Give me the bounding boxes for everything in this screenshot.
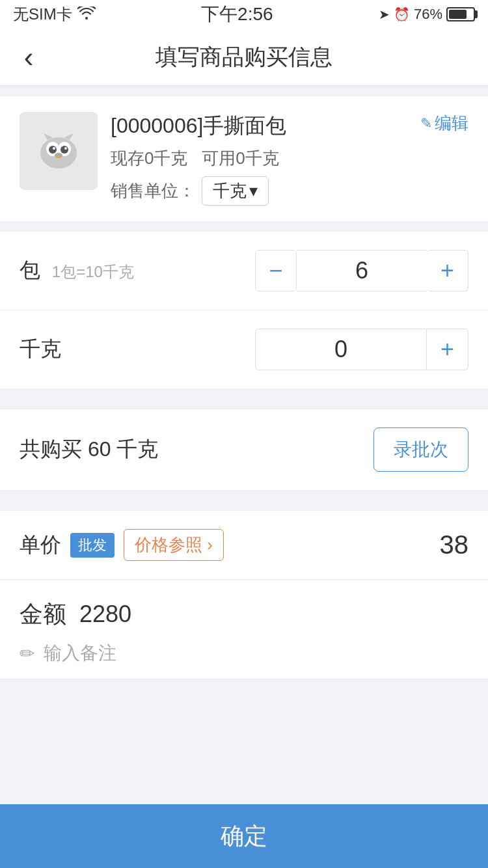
location-icon: ➤	[379, 7, 390, 22]
kg-row: 千克 +	[0, 310, 488, 388]
edit-button[interactable]: ✎ 编辑	[420, 112, 468, 135]
note-row[interactable]: ✏ 输入备注	[20, 641, 468, 666]
summary-text: 共购买 60 千克	[20, 435, 158, 464]
confirm-button[interactable]: 确定	[0, 804, 488, 868]
package-label: 包 1包=10千克	[20, 256, 134, 285]
price-label: 单价	[20, 531, 61, 560]
battery-icon	[446, 7, 475, 21]
status-left: 无SIM卡	[13, 4, 96, 25]
amount-section: 金额 2280 ✏ 输入备注	[0, 580, 488, 679]
back-button[interactable]: ‹	[0, 29, 57, 86]
alarm-icon: ⏰	[394, 7, 410, 22]
price-badge: 批发	[70, 533, 115, 558]
back-icon: ‹	[24, 41, 34, 74]
battery-percent: 76%	[414, 6, 442, 23]
nav-bar: ‹ 填写商品购买信息	[0, 29, 488, 86]
kg-input[interactable]	[255, 329, 427, 370]
product-stock: 现存0千克 可用0千克	[111, 147, 468, 170]
price-section: 单价 批发 价格参照 › 38	[0, 511, 488, 579]
product-unit-row: 销售单位： 千克 ▾	[111, 176, 468, 206]
price-value: 38	[440, 530, 469, 560]
pencil-icon: ✏	[20, 643, 34, 664]
dropdown-arrow-icon: ▾	[249, 181, 258, 201]
wifi-icon	[77, 5, 96, 23]
package-input[interactable]	[297, 250, 427, 292]
unit-dropdown[interactable]: 千克 ▾	[202, 176, 269, 206]
package-row: 包 1包=10千克 − +	[0, 232, 488, 310]
status-time: 下午2:56	[201, 2, 273, 27]
kg-label: 千克	[20, 335, 61, 364]
kg-plus-button[interactable]: +	[427, 329, 468, 370]
kg-controls: +	[255, 329, 468, 370]
product-name: [0000006]手撕面包	[111, 112, 286, 141]
amount-value: 2280	[79, 601, 131, 627]
product-image	[20, 112, 98, 190]
price-ref-button[interactable]: 价格参照 ›	[124, 529, 224, 561]
package-minus-button[interactable]: −	[255, 250, 297, 292]
status-bar: 无SIM卡 下午2:56 ➤ ⏰ 76%	[0, 0, 488, 29]
package-controls: − +	[255, 250, 468, 292]
page-title: 填写商品购买信息	[57, 42, 431, 72]
quantity-section: 包 1包=10千克 − + 千克 +	[0, 232, 488, 388]
edit-icon: ✎	[420, 115, 432, 132]
summary-row: 共购买 60 千克 录批次	[0, 409, 488, 490]
product-card: [0000006]手撕面包 ✎ 编辑 现存0千克 可用0千克 销售单位： 千克 …	[0, 96, 488, 221]
divider-2	[0, 388, 488, 399]
svg-point-4	[61, 146, 68, 154]
product-info: [0000006]手撕面包 ✎ 编辑 现存0千克 可用0千克 销售单位： 千克 …	[111, 112, 468, 206]
divider-3	[0, 490, 488, 500]
divider-1	[0, 221, 488, 232]
amount-row: 金额 2280	[20, 599, 468, 631]
carrier-label: 无SIM卡	[13, 4, 72, 25]
price-left: 单价 批发 价格参照 ›	[20, 529, 224, 561]
batch-button[interactable]: 录批次	[373, 427, 468, 472]
note-placeholder: 输入备注	[44, 641, 116, 666]
status-right: ➤ ⏰ 76%	[379, 6, 475, 23]
package-plus-button[interactable]: +	[427, 250, 468, 292]
svg-point-3	[49, 146, 57, 154]
svg-point-5	[53, 147, 55, 150]
svg-point-6	[64, 147, 67, 150]
